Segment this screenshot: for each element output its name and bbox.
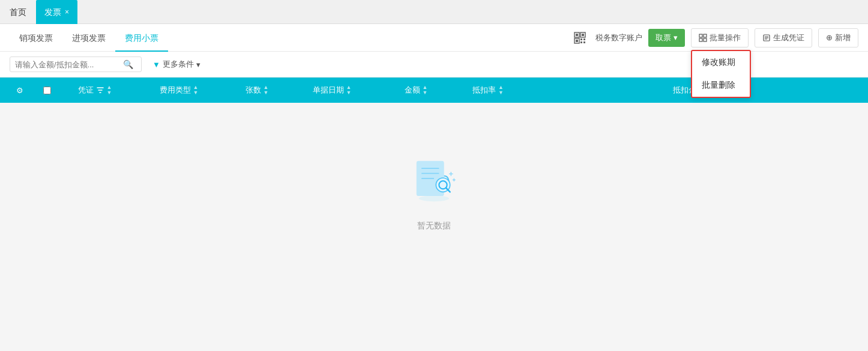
svg-rect-9 xyxy=(583,41,585,43)
th-rate-label: 抵扣率 xyxy=(472,85,496,96)
svg-rect-6 xyxy=(580,38,582,40)
new-record-button[interactable]: ⊕ 新增 xyxy=(818,28,858,47)
batch-op-icon xyxy=(699,34,707,42)
empty-illustration xyxy=(404,151,464,211)
invoice-tab[interactable]: 发票 × xyxy=(36,0,77,24)
th-count-label: 张数 xyxy=(246,85,261,96)
sub-nav-item-expense[interactable]: 费用小票 xyxy=(115,24,168,52)
take-invoice-button[interactable]: 取票 ▾ xyxy=(648,29,685,47)
plus-icon: ⊕ xyxy=(826,33,833,42)
sub-nav-left: 销项发票 进项发票 费用小票 xyxy=(10,24,168,51)
more-conditions-button[interactable]: ▼ 更多条件 ▾ xyxy=(148,56,205,72)
batch-op-label: 批量操作 xyxy=(710,32,741,43)
gen-voucher-label: 生成凭证 xyxy=(773,32,804,43)
th-count-sort: ▲▼ xyxy=(264,85,269,96)
home-tab[interactable]: 首页 xyxy=(0,0,36,24)
th-settings[interactable]: ⚙ xyxy=(5,86,35,95)
svg-rect-3 xyxy=(582,34,584,36)
search-input[interactable] xyxy=(15,60,123,69)
svg-rect-5 xyxy=(576,40,578,42)
qr-icon-button[interactable] xyxy=(570,28,589,47)
sub-nav-item-purchase[interactable]: 进项发票 xyxy=(62,24,115,52)
search-icon[interactable]: 🔍 xyxy=(123,60,133,69)
svg-rect-7 xyxy=(583,38,585,40)
th-count[interactable]: 张数 ▲▼ xyxy=(227,85,287,96)
sub-nav-right: 税务数字账户 取票 ▾ 批量操作 修改账期 批量删除 xyxy=(570,28,858,47)
invoice-tab-close[interactable]: × xyxy=(65,0,69,24)
svg-rect-8 xyxy=(580,41,582,43)
th-expense-type-label: 费用类型 xyxy=(160,85,191,96)
select-all-checkbox[interactable] xyxy=(43,87,51,94)
th-rate[interactable]: 抵扣率 ▲▼ xyxy=(455,85,521,96)
svg-rect-13 xyxy=(704,38,707,41)
take-invoice-label: 取票 xyxy=(656,32,671,43)
batch-op-dropdown-container: 批量操作 修改账期 批量删除 xyxy=(691,28,749,47)
filter-icon: ▼ xyxy=(152,60,160,69)
th-expense-type[interactable]: 费用类型 ▲▼ xyxy=(131,85,227,96)
search-wrapper: 🔍 xyxy=(10,56,142,72)
gen-voucher-icon xyxy=(762,34,771,42)
th-checkbox[interactable] xyxy=(35,87,59,94)
th-date-sort: ▲▼ xyxy=(346,85,352,96)
th-expense-type-sort: ▲▼ xyxy=(193,85,199,96)
th-voucher-sort: ▲▼ xyxy=(107,85,112,96)
new-record-label: 新增 xyxy=(835,32,851,43)
svg-rect-10 xyxy=(699,34,702,37)
th-rate-sort: ▲▼ xyxy=(498,85,504,96)
th-voucher-filter-icon xyxy=(96,86,104,94)
th-voucher[interactable]: 凭证 ▲▼ xyxy=(59,85,131,96)
batch-op-dropdown-menu: 修改账期 批量删除 xyxy=(691,50,751,98)
svg-rect-11 xyxy=(704,34,707,37)
top-tab-bar: 首页 发票 × xyxy=(0,0,868,24)
svg-point-18 xyxy=(419,195,449,201)
th-voucher-label: 凭证 xyxy=(78,85,94,96)
take-invoice-chevron-icon: ▾ xyxy=(674,33,678,42)
sub-nav-item-sales[interactable]: 销项发票 xyxy=(10,24,62,52)
more-conditions-chevron-icon: ▾ xyxy=(196,60,200,69)
dropdown-item-modify-period[interactable]: 修改账期 xyxy=(692,51,750,74)
th-amount-sort: ▲▼ xyxy=(423,85,428,96)
qr-icon xyxy=(573,31,587,45)
svg-rect-12 xyxy=(699,38,702,41)
gen-voucher-button[interactable]: 生成凭证 xyxy=(755,28,812,47)
empty-state: 暂无数据 xyxy=(0,103,868,279)
settings-icon: ⚙ xyxy=(16,86,23,95)
empty-state-text: 暂无数据 xyxy=(417,221,451,231)
more-conditions-label: 更多条件 xyxy=(163,59,194,70)
batch-op-button[interactable]: 批量操作 xyxy=(691,28,749,47)
tax-account-button[interactable]: 税务数字账户 xyxy=(595,32,642,43)
dropdown-item-batch-delete[interactable]: 批量删除 xyxy=(692,74,750,97)
invoice-tab-label: 发票 xyxy=(44,0,61,24)
th-amount-label: 金额 xyxy=(405,85,420,96)
th-amount[interactable]: 金额 ▲▼ xyxy=(377,85,455,96)
th-date-label: 单据日期 xyxy=(313,85,344,96)
svg-rect-1 xyxy=(576,34,578,36)
th-date[interactable]: 单据日期 ▲▼ xyxy=(287,85,377,96)
sub-nav: 销项发票 进项发票 费用小票 税务数字账户 取票 ▾ xyxy=(0,24,868,52)
